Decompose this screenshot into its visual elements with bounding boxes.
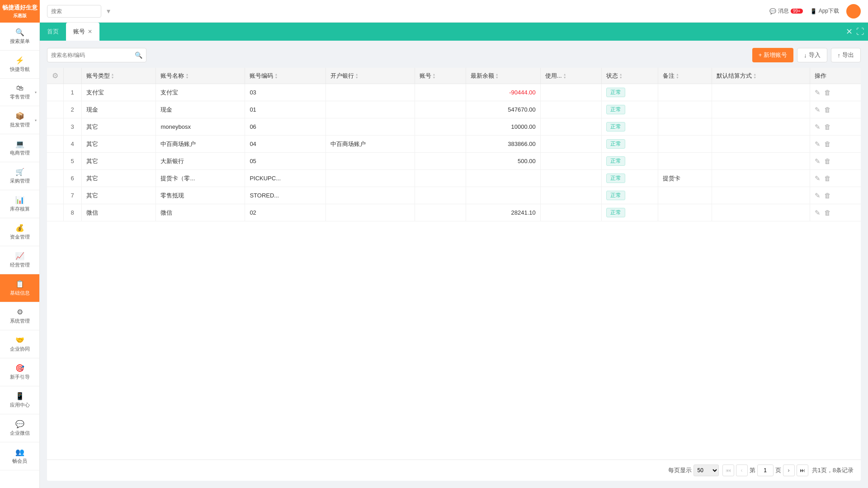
table-row: 3其它moneybosx0610000.00正常 ✎ 🗑 bbox=[47, 118, 861, 136]
delete-icon[interactable]: 🗑 bbox=[824, 174, 831, 182]
sidebar-item-basic[interactable]: 📋 基础信息 bbox=[0, 274, 39, 302]
col-header-balance[interactable]: 最新余额▲▼ bbox=[466, 68, 540, 84]
sidebar-item-retail[interactable]: 🛍 零售管理 ▾ bbox=[0, 79, 39, 106]
delete-icon[interactable]: 🗑 bbox=[824, 140, 831, 148]
account-table: ⚙账号类型▲▼账号名称▲▼账号编码▲▼开户银行▲▼账号▲▼最新余额▲▼使用...… bbox=[47, 68, 861, 481]
col-header-bank[interactable]: 开户银行▲▼ bbox=[326, 68, 415, 84]
status-badge: 正常 bbox=[606, 191, 625, 200]
cell-default_pay bbox=[712, 204, 810, 221]
last-page-btn[interactable]: ⏭ bbox=[797, 465, 808, 476]
table-row: 6其它提货卡（零...PICKUPC...正常提货卡 ✎ 🗑 bbox=[47, 170, 861, 187]
first-page-btn[interactable]: ⏮ bbox=[722, 465, 734, 476]
sidebar-item-wechat[interactable]: 💬 企业微信 bbox=[0, 414, 39, 442]
finance-icon: 💰 bbox=[15, 224, 24, 232]
cell-type: 其它 bbox=[81, 153, 156, 170]
edit-icon[interactable]: ✎ bbox=[815, 174, 821, 183]
pagination: 每页显示 50 100 ⏮ ‹ 第 页 › ⏭ 共1页，8条记录 bbox=[47, 460, 861, 481]
tab-expand[interactable]: ⛶ bbox=[856, 27, 864, 37]
sidebar-item-system[interactable]: ⚙ 系统管理 bbox=[0, 302, 39, 330]
sidebar-item-agreement[interactable]: 🤝 企业协同 bbox=[0, 330, 39, 358]
message-label: 消息 bbox=[778, 7, 789, 15]
table-row: 7其它零售抵现STORED...正常 ✎ 🗑 bbox=[47, 187, 861, 204]
col-header-use[interactable]: 使用...▲▼ bbox=[540, 68, 601, 84]
status-badge: 正常 bbox=[606, 88, 625, 97]
sidebar-item-shortcut[interactable]: ⚡ 快捷导航 bbox=[0, 51, 39, 79]
cell-status: 正常 bbox=[601, 153, 658, 170]
status-badge: 正常 bbox=[606, 139, 625, 149]
tab-close-all[interactable]: ✕ bbox=[846, 27, 853, 37]
cell-balance: 383866.00 bbox=[466, 136, 540, 153]
table-row: 8微信微信0228241.10正常 ✎ 🗑 bbox=[47, 204, 861, 221]
ecommerce-icon: 💻 bbox=[15, 140, 24, 148]
sidebar-item-wholesale[interactable]: 📦 批发管理 ▾ bbox=[0, 106, 39, 134]
sidebar-label-system: 系统管理 bbox=[10, 318, 30, 324]
cell-name: 中百商场账户 bbox=[156, 136, 245, 153]
per-page-select[interactable]: 50 100 bbox=[693, 465, 719, 476]
sidebar-item-search[interactable]: 🔍 搜索菜单 bbox=[0, 23, 39, 51]
delete-icon[interactable]: 🗑 bbox=[824, 123, 831, 131]
edit-icon[interactable]: ✎ bbox=[815, 157, 821, 165]
sidebar-item-inventory[interactable]: 📊 库存核算 bbox=[0, 190, 39, 218]
cell-status: 正常 bbox=[601, 101, 658, 118]
sidebar-item-guide[interactable]: 🎯 新手引导 bbox=[0, 358, 39, 386]
col-header-account[interactable]: 账号▲▼ bbox=[415, 68, 466, 84]
sidebar-item-operation[interactable]: 📈 经营管理 bbox=[0, 246, 39, 274]
delete-icon[interactable]: 🗑 bbox=[824, 106, 831, 113]
wechat-icon: 💬 bbox=[15, 420, 24, 428]
edit-icon[interactable]: ✎ bbox=[815, 140, 821, 148]
cell-account bbox=[415, 136, 466, 153]
appcenter-icon: 📱 bbox=[15, 392, 24, 400]
page-input[interactable] bbox=[757, 465, 774, 476]
sidebar-item-purchase[interactable]: 🛒 采购管理 bbox=[0, 162, 39, 190]
tab-account[interactable]: 账号 ✕ bbox=[66, 23, 99, 41]
table-row: 4其它中百商场账户04中百商场账户383866.00正常 ✎ 🗑 bbox=[47, 136, 861, 153]
prev-page-btn[interactable]: ‹ bbox=[736, 465, 748, 476]
col-header-code[interactable]: 账号编码▲▼ bbox=[245, 68, 326, 84]
import-button[interactable]: ↓ 导入 bbox=[797, 48, 827, 62]
app-download-btn[interactable]: 📱 App下载 bbox=[810, 7, 839, 15]
edit-icon[interactable]: ✎ bbox=[815, 192, 821, 200]
sidebar-item-appcenter[interactable]: 📱 应用中心 bbox=[0, 386, 39, 414]
cell-use bbox=[540, 153, 601, 170]
topbar-search-input[interactable] bbox=[47, 5, 101, 18]
edit-icon[interactable]: ✎ bbox=[815, 106, 821, 114]
topbar-message-btn[interactable]: 💬 消息 99+ bbox=[769, 7, 803, 15]
sidebar-item-member[interactable]: 👥 畅会员 bbox=[0, 442, 39, 470]
cell-default_pay bbox=[712, 118, 810, 136]
topbar-dropdown-icon[interactable]: ▾ bbox=[107, 7, 110, 15]
edit-icon[interactable]: ✎ bbox=[815, 89, 821, 97]
cell-code: 05 bbox=[245, 153, 326, 170]
table-row: 5其它大新银行05500.00正常 ✎ 🗑 bbox=[47, 153, 861, 170]
delete-icon[interactable]: 🗑 bbox=[824, 192, 831, 199]
message-badge: 99+ bbox=[791, 9, 803, 14]
tab-close-account[interactable]: ✕ bbox=[88, 29, 92, 34]
sidebar-label-guide: 新手引导 bbox=[10, 374, 30, 380]
col-header-type[interactable]: 账号类型▲▼ bbox=[81, 68, 156, 84]
app-version: 乐惠版 bbox=[2, 13, 38, 19]
delete-icon[interactable]: 🗑 bbox=[824, 89, 831, 96]
tab-label-account: 账号 bbox=[73, 28, 85, 36]
sidebar-item-finance[interactable]: 💰 资金管理 bbox=[0, 218, 39, 246]
edit-icon[interactable]: ✎ bbox=[815, 209, 821, 217]
sidebar-label-agreement: 企业协同 bbox=[10, 346, 30, 352]
export-button[interactable]: ↑ 导出 bbox=[831, 48, 861, 62]
delete-icon[interactable]: 🗑 bbox=[824, 209, 831, 216]
new-account-button[interactable]: + 新增账号 bbox=[752, 48, 793, 62]
col-header-remark[interactable]: 备注▲▼ bbox=[658, 68, 712, 84]
search-input[interactable] bbox=[51, 52, 135, 58]
cell-remark bbox=[658, 118, 712, 136]
tab-home[interactable]: 首页 bbox=[40, 23, 66, 41]
user-avatar[interactable] bbox=[846, 4, 861, 19]
edit-icon[interactable]: ✎ bbox=[815, 123, 821, 131]
column-settings-icon[interactable]: ⚙ bbox=[52, 72, 58, 80]
col-header-status[interactable]: 状态▲▼ bbox=[601, 68, 658, 84]
col-header-name[interactable]: 账号名称▲▼ bbox=[156, 68, 245, 84]
next-page-btn[interactable]: › bbox=[783, 465, 795, 476]
delete-icon[interactable]: 🗑 bbox=[824, 157, 831, 165]
cell-account bbox=[415, 153, 466, 170]
cell-account bbox=[415, 101, 466, 118]
topbar: ▾ 💬 消息 99+ 📱 App下载 bbox=[40, 0, 868, 23]
sidebar-item-ecommerce[interactable]: 💻 电商管理 bbox=[0, 134, 39, 162]
search-box[interactable]: 🔍 bbox=[47, 48, 146, 62]
col-header-default_pay[interactable]: 默认结算方式▲▼ bbox=[712, 68, 810, 84]
